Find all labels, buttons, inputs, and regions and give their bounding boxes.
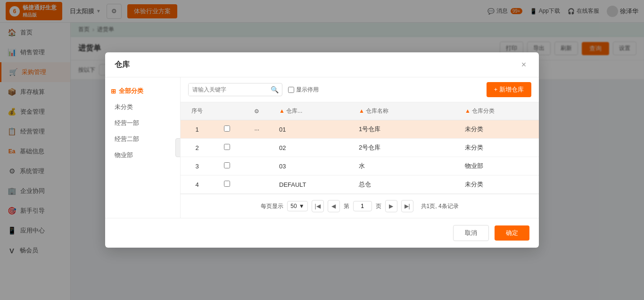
first-page-btn[interactable]: |◀ <box>312 200 324 212</box>
page-label: 第 <box>344 202 349 210</box>
row-check[interactable] <box>214 157 240 175</box>
search-btn[interactable]: 🔍 <box>267 86 282 93</box>
category-item-unclassified[interactable]: 未分类 <box>105 99 180 115</box>
page-suffix: 页 <box>376 202 381 210</box>
per-page-value: 50 <box>290 203 297 209</box>
table-toolbar: 🔍 显示停用 + 新增仓库 <box>181 77 539 102</box>
show-disabled-checkbox[interactable] <box>288 87 294 93</box>
col-header-code: ▲ 仓库... <box>273 102 353 120</box>
cancel-btn[interactable]: 取消 <box>453 225 489 241</box>
row-gear[interactable]: ··· <box>240 120 273 139</box>
category-label-0: 未分类 <box>115 103 133 110</box>
row-cat: 未分类 <box>459 139 539 157</box>
row-num: 2 <box>181 139 214 157</box>
table-panel: 🔍 显示停用 + 新增仓库 序号 <box>181 77 539 218</box>
warehouse-modal: 仓库 × ⊞ 全部分类 未分类 经营一部 经营二部 <box>105 52 539 248</box>
row-num: 4 <box>181 175 214 194</box>
search-box: 🔍 <box>188 83 282 96</box>
category-label-3: 物业部 <box>115 151 133 158</box>
col-header-check <box>214 102 240 120</box>
modal-body: ⊞ 全部分类 未分类 经营一部 经营二部 物业部 《 <box>105 77 539 218</box>
table-row[interactable]: 1 ··· 01 1号仓库 未分类 <box>181 120 539 139</box>
next-page-btn[interactable]: ▶ <box>385 200 397 212</box>
collapse-icon: 《 <box>178 144 181 151</box>
row-code: 01 <box>273 120 353 139</box>
per-page-label: 每页显示 <box>261 202 283 210</box>
table-body: 1 ··· 01 1号仓库 未分类 2 <box>181 120 539 194</box>
col-header-gear: ⚙ <box>240 102 273 120</box>
add-warehouse-btn[interactable]: + 新增仓库 <box>487 82 531 97</box>
row-num: 1 <box>181 120 214 139</box>
row-check[interactable] <box>214 120 240 139</box>
category-panel: ⊞ 全部分类 未分类 经营一部 经营二部 物业部 《 <box>105 77 181 218</box>
table-header-row: 序号 ⚙ ▲ 仓库... ▲ 仓库名称 <box>181 102 539 120</box>
col-header-name: ▲ 仓库名称 <box>353 102 459 120</box>
category-item-dept1[interactable]: 经营一部 <box>105 115 180 131</box>
row-check[interactable] <box>214 175 240 194</box>
table-row[interactable]: 2 02 2号仓库 未分类 <box>181 139 539 157</box>
per-page-select[interactable]: 50 ▼ <box>287 201 307 211</box>
sort-icon2: ▲ <box>359 108 364 114</box>
category-item-dept2[interactable]: 经营二部 <box>105 131 180 147</box>
row-checkbox-2[interactable] <box>224 144 230 150</box>
modal-overlay: 仓库 × ⊞ 全部分类 未分类 经营一部 经营二部 <box>0 0 644 300</box>
last-page-btn[interactable]: ▶| <box>401 200 413 212</box>
category-item-property[interactable]: 物业部 <box>105 147 180 163</box>
row-name: 水 <box>353 157 459 175</box>
row-cat: 未分类 <box>459 120 539 139</box>
all-category-label: 全部分类 <box>119 87 143 95</box>
row-name: 1号仓库 <box>353 120 459 139</box>
category-label-1: 经营一部 <box>115 119 139 126</box>
row-checkbox-4[interactable] <box>224 181 230 187</box>
total-info: 共1页, 4条记录 <box>421 202 459 210</box>
row-gear[interactable] <box>240 175 273 194</box>
row-code: DEFAULT <box>273 175 353 194</box>
table-head: 序号 ⚙ ▲ 仓库... ▲ 仓库名称 <box>181 102 539 120</box>
show-disabled-label: 显示停用 <box>288 86 319 94</box>
per-page-chevron: ▼ <box>299 203 305 209</box>
grid-icon: ⊞ <box>111 88 116 95</box>
row-code: 02 <box>273 139 353 157</box>
modal-close-btn[interactable]: × <box>518 59 529 70</box>
row-name: 总仓 <box>353 175 459 194</box>
pagination: 每页显示 50 ▼ |◀ ◀ 第 页 ▶ ▶| 共1页, 4条记录 <box>181 194 539 218</box>
show-disabled-text: 显示停用 <box>296 86 319 94</box>
modal-title: 仓库 <box>115 60 130 70</box>
row-name: 2号仓库 <box>353 139 459 157</box>
warehouse-table: 序号 ⚙ ▲ 仓库... ▲ 仓库名称 <box>181 102 539 194</box>
modal-footer: 取消 确定 <box>105 218 539 248</box>
row-gear[interactable] <box>240 157 273 175</box>
collapse-btn[interactable]: 《 <box>175 138 181 157</box>
confirm-btn[interactable]: 确定 <box>495 225 529 241</box>
row-code: 03 <box>273 157 353 175</box>
page-input[interactable] <box>353 201 372 211</box>
col-header-cat: ▲ 仓库分类 <box>459 102 539 120</box>
prev-page-btn[interactable]: ◀ <box>328 200 340 212</box>
modal-header: 仓库 × <box>105 52 539 77</box>
row-checkbox-1[interactable] <box>224 125 230 132</box>
row-check[interactable] <box>214 139 240 157</box>
row-cat: 未分类 <box>459 175 539 194</box>
all-category-item[interactable]: ⊞ 全部分类 <box>105 83 180 99</box>
row-num: 3 <box>181 157 214 175</box>
row-gear[interactable] <box>240 139 273 157</box>
sort-icon: ▲ <box>279 108 285 114</box>
search-input[interactable] <box>189 83 267 96</box>
table-row[interactable]: 3 03 水 物业部 <box>181 157 539 175</box>
category-label-2: 经营二部 <box>115 135 139 142</box>
row-cat: 物业部 <box>459 157 539 175</box>
sort-icon3: ▲ <box>465 108 471 114</box>
row-checkbox-3[interactable] <box>224 162 230 168</box>
col-header-num: 序号 <box>181 102 214 120</box>
table-row[interactable]: 4 DEFAULT 总仓 未分类 <box>181 175 539 194</box>
data-table: 序号 ⚙ ▲ 仓库... ▲ 仓库名称 <box>181 102 539 194</box>
